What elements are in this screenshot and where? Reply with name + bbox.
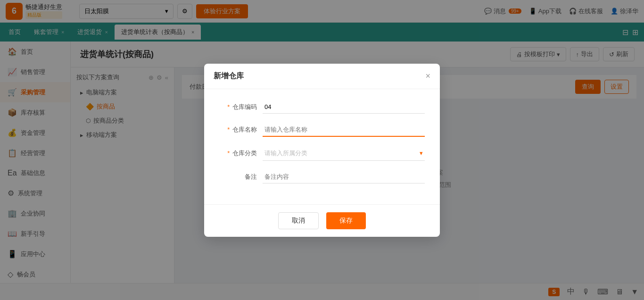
warehouse-category-select[interactable]: 请输入所属分类 ▾: [263, 146, 425, 161]
modal-header: 新增仓库 ×: [204, 64, 440, 89]
category-placeholder: 请输入所属分类: [264, 149, 307, 158]
form-label-remark: 备注: [219, 173, 257, 181]
modal-overlay: 新增仓库 × * 仓库编码 * 仓库名称: [0, 0, 644, 300]
form-label-category: * 仓库分类: [219, 149, 257, 158]
form-label-code: * 仓库编码: [219, 103, 257, 111]
modal-footer: 取消 保存: [204, 204, 440, 237]
modal-new-warehouse: 新增仓库 × * 仓库编码 * 仓库名称: [204, 64, 440, 237]
form-row-category: * 仓库分类 请输入所属分类 ▾: [219, 146, 425, 161]
warehouse-remark-input[interactable]: [263, 170, 425, 183]
form-row-code: * 仓库编码: [219, 100, 425, 114]
form-row-remark: 备注: [219, 170, 425, 183]
category-dropdown-icon: ▾: [420, 150, 423, 157]
warehouse-name-input[interactable]: [263, 123, 425, 137]
form-label-name: * 仓库名称: [219, 125, 257, 134]
modal-title: 新增仓库: [214, 71, 244, 81]
warehouse-code-input[interactable]: [263, 100, 425, 114]
cancel-button[interactable]: 取消: [278, 212, 319, 229]
modal-close-button[interactable]: ×: [425, 71, 430, 81]
modal-body: * 仓库编码 * 仓库名称 * 仓库分类 请输入所属: [204, 89, 440, 204]
save-button[interactable]: 保存: [326, 212, 366, 229]
form-row-name: * 仓库名称: [219, 123, 425, 137]
